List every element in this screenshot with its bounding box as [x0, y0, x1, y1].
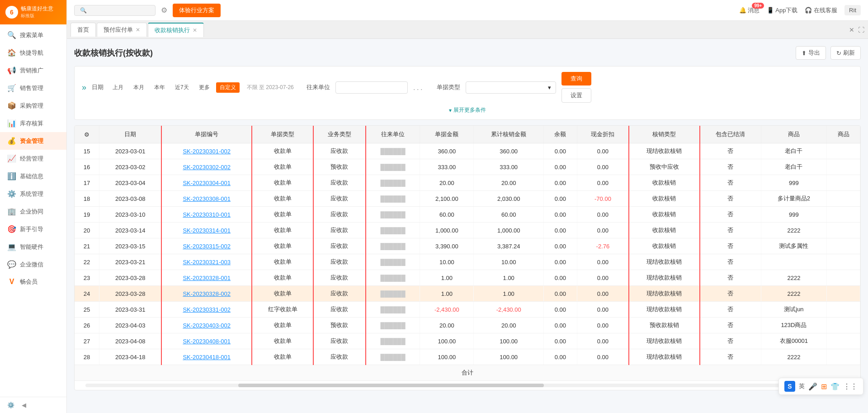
- col-writeoff-type: 核销类型: [629, 126, 699, 143]
- app-download[interactable]: 📱 App下载: [767, 6, 797, 14]
- topbar-search-box[interactable]: 🔍: [74, 5, 156, 16]
- cell-8: 0.00: [544, 318, 577, 333]
- table-header-row: ⚙ 日期 单据编号 单据类型 业务类型 往来单位 单据金额 累计核销金额 余额 …: [75, 126, 860, 143]
- grid-icon[interactable]: ⊞: [821, 382, 827, 391]
- marketing-icon: 📢: [7, 66, 16, 75]
- refresh-button[interactable]: ↻ 刷新: [830, 46, 861, 60]
- tab-fullscreen-icon[interactable]: ⛶: [858, 26, 864, 33]
- cell-0: 26: [75, 318, 99, 333]
- query-button[interactable]: 查询: [561, 72, 591, 85]
- cell-3: 收款单: [252, 349, 313, 365]
- user-account[interactable]: Rit: [844, 5, 861, 15]
- cell-2[interactable]: SK-20230321-003: [161, 254, 252, 270]
- topbar-gear-icon[interactable]: ⚙: [161, 6, 167, 14]
- mic-icon[interactable]: 🎤: [808, 382, 817, 391]
- sidebar-item-finance[interactable]: 💰 资金管理: [0, 132, 66, 150]
- cell-2[interactable]: SK-20230408-001: [161, 333, 252, 349]
- sidebar-item-system[interactable]: ⚙️ 系统管理: [0, 185, 66, 203]
- cell-1: 2023-03-28: [99, 286, 162, 302]
- sales-icon: 🛒: [7, 84, 16, 92]
- cell-2[interactable]: SK-20230328-001: [161, 270, 252, 286]
- filter-expand-arrow[interactable]: »: [82, 83, 86, 92]
- guide-icon: 🎯: [7, 225, 16, 233]
- sidebar-label-basic: 基础信息: [20, 172, 43, 180]
- cell-1: 2023-03-31: [99, 302, 162, 318]
- sidebar-item-operation[interactable]: 📈 经营管理: [0, 150, 66, 167]
- cell-2[interactable]: SK-20230403-002: [161, 318, 252, 333]
- filter-partner-input[interactable]: [335, 81, 408, 94]
- tab-prepay[interactable]: 预付应付单 ✕: [97, 23, 147, 37]
- cell-11: 否: [700, 302, 761, 318]
- tab-prepay-close[interactable]: ✕: [136, 27, 140, 33]
- cell-4: 应收款: [313, 238, 366, 254]
- sidebar-item-quick-nav[interactable]: 🏠 快捷导航: [0, 44, 66, 62]
- shirt-icon[interactable]: 👕: [830, 382, 840, 391]
- cell-12: 999: [761, 207, 827, 223]
- sidebar-item-search[interactable]: 🔍 搜索菜单: [0, 26, 66, 44]
- cell-2[interactable]: SK-20230308-001: [161, 191, 252, 207]
- s-icon[interactable]: S: [784, 381, 795, 392]
- sidebar-item-sales[interactable]: 🛒 销售管理: [0, 79, 66, 97]
- cell-7: 100.00: [474, 349, 544, 365]
- tab-close-all-icon[interactable]: ✕: [849, 26, 854, 33]
- cell-11: 否: [700, 254, 761, 270]
- cell-8: 0.00: [544, 270, 577, 286]
- notice-button[interactable]: 🔔 消息 99+: [739, 6, 760, 14]
- cell-1: 2023-03-02: [99, 159, 162, 175]
- date-opt-lastmonth[interactable]: 上月: [109, 82, 127, 93]
- sidebar-item-purchase[interactable]: 📦 采购管理: [0, 97, 66, 114]
- horizontal-scrollbar[interactable]: [85, 384, 849, 387]
- filter-bill-type-select[interactable]: ▾: [466, 81, 556, 94]
- cell-7: 3,387.24: [474, 238, 544, 254]
- cell-2[interactable]: SK-20230315-002: [161, 238, 252, 254]
- cell-13: [827, 159, 860, 175]
- date-opt-more[interactable]: 更多: [195, 82, 213, 93]
- basic-icon: ℹ️: [7, 172, 16, 180]
- sidebar-item-inventory[interactable]: 📊 库存核算: [0, 114, 66, 132]
- expand-btn[interactable]: ▾ 展开更多条件: [449, 106, 486, 114]
- sidebar-item-basic[interactable]: ℹ️ 基础信息: [0, 167, 66, 185]
- cell-2[interactable]: SK-20230331-002: [161, 302, 252, 318]
- sidebar-item-corp[interactable]: 🏢 企业协同: [0, 203, 66, 220]
- cell-2[interactable]: SK-20230304-001: [161, 175, 252, 191]
- cell-7: 1.00: [474, 286, 544, 302]
- tab-home[interactable]: 首页: [71, 23, 96, 37]
- cell-2[interactable]: SK-20230418-001: [161, 349, 252, 365]
- collapse-icon[interactable]: ◀: [22, 402, 26, 408]
- cell-4: 应收款: [313, 175, 366, 191]
- cell-1: 2023-04-08: [99, 333, 162, 349]
- sidebar-item-hardware[interactable]: 💻 智能硬件: [0, 238, 66, 256]
- sidebar-label-search: 搜索菜单: [20, 31, 43, 39]
- date-opt-thisyear[interactable]: 本年: [151, 82, 169, 93]
- cell-2[interactable]: SK-20230328-002: [161, 286, 252, 302]
- col-discount: 现金折扣: [577, 126, 629, 143]
- cell-2[interactable]: SK-20230301-002: [161, 143, 252, 159]
- english-icon[interactable]: 英: [799, 382, 805, 390]
- table-row: 162023-03-02SK-20230302-002收款单预收款██████3…: [75, 159, 860, 175]
- cell-2[interactable]: SK-20230310-001: [161, 207, 252, 223]
- sidebar-item-wechat[interactable]: 💬 企业微信: [0, 256, 66, 273]
- apps-icon[interactable]: ⋮⋮: [843, 382, 858, 391]
- export-button[interactable]: ⬆ 导出: [796, 46, 826, 60]
- cell-2[interactable]: SK-20230314-001: [161, 223, 252, 238]
- col-config[interactable]: ⚙: [75, 126, 99, 143]
- online-service[interactable]: 🎧 在线客服: [805, 6, 837, 14]
- cell-2[interactable]: SK-20230302-002: [161, 159, 252, 175]
- cell-4: 应收款: [313, 286, 366, 302]
- date-opt-custom[interactable]: 自定义: [216, 82, 240, 93]
- tab-receivable-close[interactable]: ✕: [193, 27, 197, 33]
- sidebar-item-member[interactable]: V 畅会员: [0, 273, 66, 290]
- date-opt-thismonth[interactable]: 本月: [130, 82, 148, 93]
- cell-13: [827, 238, 860, 254]
- sidebar-item-guide[interactable]: 🎯 新手引导: [0, 220, 66, 238]
- settings-button[interactable]: 设置: [561, 88, 591, 103]
- cell-10: 现结收款核销: [629, 302, 699, 318]
- cell-13: [827, 143, 860, 159]
- tab-receivable[interactable]: 收款核销执行 ✕: [148, 23, 204, 37]
- settings-icon[interactable]: ⚙️: [7, 402, 14, 408]
- date-opt-7days[interactable]: 近7天: [171, 82, 193, 93]
- solution-button[interactable]: 体验行业方案: [173, 4, 221, 17]
- cell-10: 预收款核销: [629, 318, 699, 333]
- sidebar-item-marketing[interactable]: 📢 营销推广: [0, 62, 66, 79]
- scroll-thumb[interactable]: [238, 384, 544, 387]
